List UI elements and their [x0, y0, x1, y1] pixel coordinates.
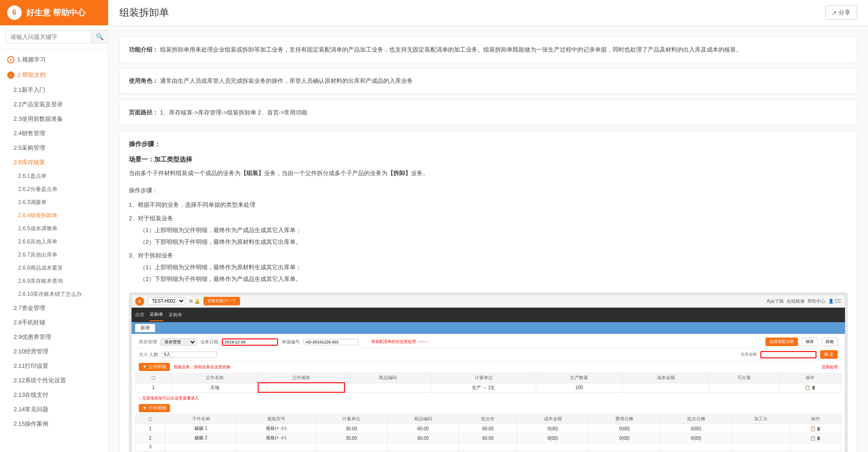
simulated-screen: 6 TEST-H002 ⚙ 🔔 切换到账户一下 App下载 在线检修 帮助中心 … [131, 295, 845, 452]
sim-orderno-input[interactable] [303, 339, 359, 345]
sidebar-item-261[interactable]: 2.6.1盘点单 [0, 170, 108, 183]
sidebar-item-21[interactable]: 2.1新手入门 [0, 83, 108, 97]
sim-tab-bar: 新增 [132, 322, 845, 334]
page-title: 组装拆卸单 [119, 6, 169, 19]
sim-count-label: 大小 人数 [139, 352, 158, 358]
table-row: 1 赐赐 1 规格(+ 小) 30.00 60.00 60.00 0(00) 0… [136, 424, 841, 433]
sim-upper-table: ☐ 父件名称 父件规格 商品编码 计量单位 生产数量 成本金额 可出量 操作 [135, 373, 841, 393]
role-card: 使用角色： 通常由生产人员或库管人员完成拆装业务的操作，库管人员确认原材料的出库… [119, 68, 857, 94]
step2: 2、对于组装业务 [129, 213, 848, 224]
sidebar-item-28[interactable]: 2.8手机旺铺 [0, 315, 108, 330]
sidebar-title: 好生意 帮助中心 [26, 7, 85, 18]
main-header: 组装拆卸单 ↗ 分享 [108, 0, 868, 26]
step3: 3、对于拆卸业务 [129, 250, 848, 262]
share-button[interactable]: ↗ 分享 [825, 5, 857, 20]
path-label: 页面路径： [129, 109, 158, 116]
sidebar-item-211[interactable]: 2.11打印设置 [0, 359, 108, 373]
main-area: 组装拆卸单 ↗ 分享 功能介绍： 组装拆卸单用来处理企业组装或拆卸等加工业务，支… [108, 0, 868, 452]
sim-nav-purchase[interactable]: 采购单 [150, 309, 163, 321]
sim-logo: 6 [135, 297, 144, 306]
role-text: 通常由生产人员或库管人员完成拆装业务的操作，库管人员确认原材料的出库和产成品的入… [160, 77, 413, 84]
sidebar-item-266[interactable]: 2.6.6其他入库单 [0, 235, 108, 248]
sim-action-btn2[interactable]: 其他 [821, 338, 838, 346]
sim-topbar: 6 TEST-H002 ⚙ 🔔 切换到账户一下 App下载 在线检修 帮助中心 … [132, 295, 845, 308]
sim-col-actions: 操作 [779, 373, 841, 383]
sidebar-nav: + 1.视频学习 − 2.帮助文档 2.1新手入门 2.2产品安装及登录 2.3… [0, 48, 108, 452]
sidebar-item-29[interactable]: 2.9优惠券管理 [0, 330, 108, 344]
path-card: 页面路径： 1、库存核算->库存管理->组装拆卸单 2、首页->常用功能 [119, 100, 857, 125]
sidebar-item-264[interactable]: 2.6.4组装拆卸单 [0, 209, 108, 222]
sim-tab-new[interactable]: 新增 [135, 324, 155, 332]
sidebar-header: 6 好生意 帮助中心 [0, 0, 108, 25]
sim-switch-btn[interactable]: 切换到账户一下 [203, 297, 240, 305]
sidebar-item-262[interactable]: 2.6.2分量盘点单 [0, 183, 108, 196]
intro-label: 功能介绍： [129, 46, 158, 53]
sidebar-search-area: 🔍 [0, 25, 108, 48]
sidebar-item-268[interactable]: 2.6.8商品成本重算 [0, 262, 108, 275]
sim-company-select[interactable]: TEST-H002 [148, 297, 185, 305]
sim-form-row2: 大小 人数 仓库名称 确 定 [135, 348, 841, 361]
sidebar: 6 好生意 帮助中心 🔍 + 1.视频学习 − 2.帮助文档 2.1新手入门 2… [0, 0, 108, 452]
sim-toggle-btn[interactable]: ▼ 父件明细 [139, 363, 170, 371]
sim-form-area: 库存管理 库存管理 业务日期 单据编号 有装配清单的在这里处理 ——→ 选择装配… [132, 334, 845, 452]
sim-type-select[interactable]: 库存管理 [160, 338, 197, 346]
step1: 1、根据不同的业务，选择不同单据的类型来处理 [129, 199, 848, 211]
nav-section-docs: − 2.帮助文档 2.1新手入门 2.2产品安装及登录 2.3使用前数据准备 2… [0, 67, 108, 431]
sim-count-input[interactable] [162, 352, 217, 358]
sidebar-item-27[interactable]: 2.7资金管理 [0, 301, 108, 315]
sidebar-item-26[interactable]: 2.6库存核算 [0, 155, 108, 170]
sidebar-item-265[interactable]: 2.6.5成本调整单 [0, 222, 108, 235]
role-label: 使用角色： [129, 77, 158, 84]
sim-col-avail: 可出量 [709, 373, 779, 383]
intro-text: 组装拆卸单用来处理企业组装或拆卸等加工业务，支持有固定装配清单的产品加工业务，也… [160, 46, 742, 53]
search-input[interactable] [5, 30, 91, 43]
share-icon: ↗ [832, 10, 837, 16]
sidebar-item-2610[interactable]: 2.6.10库存账本错了怎么办 [0, 288, 108, 301]
sidebar-item-267[interactable]: 2.6.7其他出库单 [0, 248, 108, 262]
step3-2: （2）下部明细为子件明细，最终作为产成品生成其它入库单。 [129, 273, 848, 285]
sidebar-item-25[interactable]: 2.5采购管理 [0, 141, 108, 155]
sim-annotation3: 启用处理 [821, 364, 838, 370]
sim-input-cell[interactable] [258, 383, 345, 392]
sim-col-cost: 成本金额 [623, 373, 709, 383]
sidebar-item-23[interactable]: 2.3使用前数据准备 [0, 112, 108, 126]
sim-nav-purchase2[interactable]: 采购单 [169, 309, 182, 321]
step2-2: （2）下部明细为子件明细，最终作为原材料生成其它出库单。 [129, 236, 848, 248]
sidebar-item-213[interactable]: 2.13在线支付 [0, 388, 108, 402]
search-button[interactable]: 🔍 [91, 30, 108, 43]
sim-nav-own[interactable]: 自营 [135, 309, 144, 321]
sim-col-qty: 生产数量 [536, 373, 623, 383]
sidebar-item-docs[interactable]: − 2.帮助文档 [0, 67, 108, 83]
sidebar-item-263[interactable]: 2.6.3调拨单 [0, 196, 108, 209]
sidebar-item-24[interactable]: 2.4销售管理 [0, 126, 108, 141]
step2-1: （1）上部明细为父件明细，最终作为产成品生成其它入库单； [129, 224, 848, 236]
sidebar-item-269[interactable]: 2.6.9库存账本查询 [0, 275, 108, 288]
table-row: 1 天地 生产 → 1生 100 📋 🗑 [136, 383, 841, 392]
table-row: 2 赐赐 2 规格(+ 小) 30.00 60.00 60.00 0(00) 0… [136, 433, 841, 443]
sim-col-unit: 计量单位 [431, 373, 536, 383]
sim-date-label: 业务日期 [200, 339, 218, 345]
sim-select-bom-btn[interactable]: 选择装配清单 [765, 338, 798, 346]
sim-action-btn[interactable]: 保存 [802, 338, 818, 346]
sidebar-item-215[interactable]: 2.15操作案例 [0, 417, 108, 431]
sim-lower-toggle[interactable]: ▼ 子件明细 [139, 404, 170, 412]
sim-confirm-btn[interactable]: 确 定 [820, 350, 838, 359]
ops-steps-label: 操作步骤： [129, 185, 848, 196]
sim-orderno-label: 单据编号 [282, 339, 300, 345]
sidebar-item-videos[interactable]: + 1.视频学习 [0, 52, 108, 67]
sim-warehouse-input[interactable] [760, 351, 816, 358]
sidebar-item-214[interactable]: 2.14常见问题 [0, 402, 108, 417]
sim-col-spec: 父件规格 [258, 373, 345, 383]
sidebar-item-22[interactable]: 2.2产品安装及登录 [0, 97, 108, 112]
sidebar-item-210[interactable]: 2.10经营管理 [0, 344, 108, 359]
scene1-title: 场景一：加工类型选择 [129, 156, 848, 164]
sim-lower-section: ▼ 子件明细 [135, 402, 841, 414]
sidebar-item-212[interactable]: 2.12系统个性化设置 [0, 373, 108, 388]
step3-1: （1）上部明细为父件明细，最终作为原材料生成其它出库单； [129, 262, 848, 273]
ops-title: 操作步骤： [129, 140, 848, 148]
screenshot-container: 6 TEST-H002 ⚙ 🔔 切换到账户一下 App下载 在线检修 帮助中心 … [129, 292, 848, 452]
sim-date-input[interactable] [222, 338, 278, 346]
sim-col-code: 商品编码 [344, 373, 431, 383]
sim-help-center: 帮助中心 [807, 298, 826, 305]
sim-online-repair: 在线检修 [787, 298, 805, 305]
